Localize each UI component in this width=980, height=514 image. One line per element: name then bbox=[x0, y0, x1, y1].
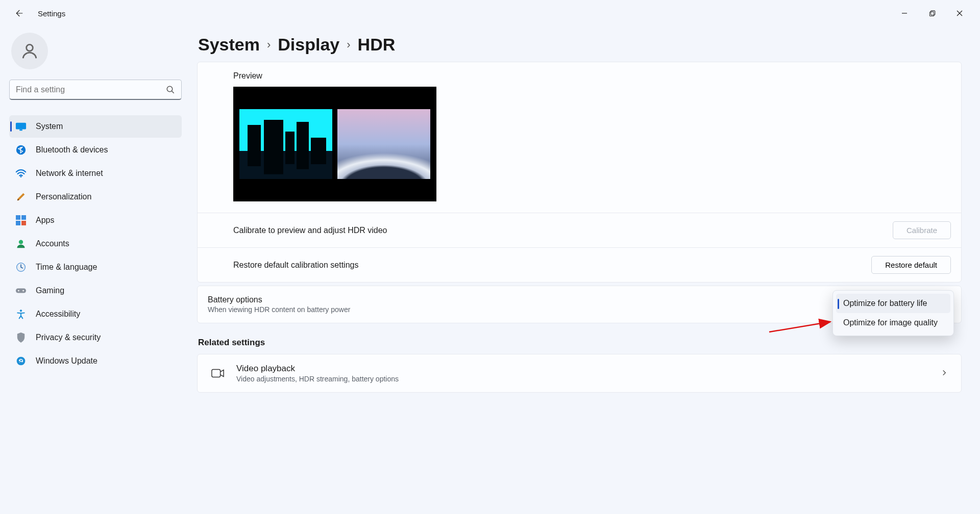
sidebar-item-apps[interactable]: Apps bbox=[9, 209, 182, 232]
video-playback-link[interactable]: Video playback Video adjustments, HDR st… bbox=[197, 354, 962, 393]
sidebar-item-gaming[interactable]: Gaming bbox=[9, 279, 182, 302]
svg-line-7 bbox=[172, 91, 174, 93]
preview-image bbox=[233, 87, 436, 201]
battery-options-card: Battery options When viewing HDR content… bbox=[197, 286, 962, 323]
svg-point-6 bbox=[167, 86, 173, 92]
sidebar-item-accounts[interactable]: Accounts bbox=[9, 233, 182, 255]
sidebar-item-label: Gaming bbox=[36, 286, 64, 295]
maximize-icon bbox=[929, 10, 936, 17]
preview-mountain-image bbox=[337, 109, 430, 179]
battery-options-dropdown: Optimize for battery life Optimize for i… bbox=[832, 290, 954, 336]
chevron-right-icon: › bbox=[347, 38, 350, 52]
update-icon bbox=[15, 355, 27, 367]
related-settings-heading: Related settings bbox=[198, 338, 962, 348]
sidebar-item-label: Personalization bbox=[36, 192, 91, 201]
sidebar-item-accessibility[interactable]: Accessibility bbox=[9, 303, 182, 325]
main-panel: System › Display › HDR Preview Calibrate… bbox=[189, 27, 980, 514]
sidebar-item-time[interactable]: Time & language bbox=[9, 256, 182, 278]
close-icon bbox=[957, 10, 963, 16]
video-playback-title: Video playback bbox=[236, 364, 929, 374]
preview-label: Preview bbox=[233, 71, 961, 81]
brush-icon bbox=[15, 191, 27, 202]
arrow-left-icon bbox=[14, 9, 23, 18]
sidebar-item-label: Bluetooth & devices bbox=[36, 145, 108, 155]
sidebar-item-label: Network & internet bbox=[36, 169, 103, 178]
svg-rect-18 bbox=[16, 288, 26, 293]
sidebar-item-privacy[interactable]: Privacy & security bbox=[9, 326, 182, 349]
svg-point-11 bbox=[20, 176, 22, 177]
svg-rect-2 bbox=[930, 11, 935, 15]
sidebar-item-label: Apps bbox=[36, 216, 54, 225]
video-icon bbox=[211, 366, 225, 380]
svg-point-19 bbox=[18, 290, 19, 292]
option-battery-life[interactable]: Optimize for battery life bbox=[836, 294, 950, 313]
restore-default-button[interactable]: Restore default bbox=[871, 256, 951, 274]
search-icon bbox=[166, 85, 175, 94]
search-box[interactable] bbox=[9, 80, 182, 100]
sidebar: System Bluetooth & devices Network & int… bbox=[0, 27, 189, 514]
avatar[interactable] bbox=[11, 33, 48, 69]
maximize-button[interactable] bbox=[921, 5, 943, 21]
wifi-icon bbox=[15, 168, 27, 179]
breadcrumb-system[interactable]: System bbox=[198, 35, 260, 55]
clock-icon bbox=[15, 262, 27, 273]
accessibility-icon bbox=[15, 309, 27, 320]
sidebar-item-network[interactable]: Network & internet bbox=[9, 162, 182, 185]
sidebar-item-label: Accounts bbox=[36, 239, 69, 248]
hdr-preview-card: Preview Calibrate to preview and adjust … bbox=[197, 62, 962, 282]
video-playback-subtitle: Video adjustments, HDR streaming, batter… bbox=[236, 375, 929, 383]
sidebar-item-label: Time & language bbox=[36, 263, 97, 272]
svg-rect-8 bbox=[16, 123, 26, 130]
svg-point-21 bbox=[20, 310, 22, 312]
bluetooth-icon bbox=[15, 144, 27, 156]
calibrate-row: Calibrate to preview and adjust HDR vide… bbox=[198, 213, 961, 247]
svg-point-20 bbox=[22, 290, 24, 292]
breadcrumb-current: HDR bbox=[358, 35, 396, 55]
calibrate-button[interactable]: Calibrate bbox=[893, 221, 951, 239]
svg-rect-13 bbox=[21, 215, 26, 220]
person-icon bbox=[20, 41, 39, 61]
sidebar-item-label: System bbox=[36, 122, 63, 131]
svg-rect-24 bbox=[212, 370, 220, 377]
svg-line-23 bbox=[769, 322, 830, 332]
preview-city-image bbox=[239, 109, 332, 179]
title-bar: Settings bbox=[0, 0, 980, 27]
sidebar-item-label: Accessibility bbox=[36, 310, 80, 319]
shield-icon bbox=[15, 332, 27, 343]
sidebar-item-label: Windows Update bbox=[36, 356, 97, 366]
svg-point-22 bbox=[17, 357, 26, 366]
sidebar-item-bluetooth[interactable]: Bluetooth & devices bbox=[9, 139, 182, 161]
svg-rect-14 bbox=[16, 221, 20, 225]
annotation-arrow-icon bbox=[768, 319, 835, 334]
account-icon bbox=[15, 238, 27, 249]
window-controls bbox=[893, 5, 976, 21]
minimize-button[interactable] bbox=[893, 5, 916, 21]
chevron-right-icon bbox=[941, 369, 948, 378]
svg-point-16 bbox=[19, 240, 23, 244]
minimize-icon bbox=[901, 10, 908, 16]
breadcrumb: System › Display › HDR bbox=[197, 35, 962, 55]
chevron-right-icon: › bbox=[267, 38, 271, 52]
sidebar-item-label: Privacy & security bbox=[36, 333, 101, 342]
calibrate-label: Calibrate to preview and adjust HDR vide… bbox=[233, 226, 893, 235]
gamepad-icon bbox=[15, 285, 27, 296]
apps-icon bbox=[15, 215, 27, 226]
display-icon bbox=[15, 121, 27, 132]
close-button[interactable] bbox=[948, 5, 971, 21]
app-title: Settings bbox=[38, 9, 65, 18]
back-button[interactable] bbox=[8, 3, 29, 23]
sidebar-item-system[interactable]: System bbox=[9, 115, 182, 138]
svg-rect-9 bbox=[19, 130, 22, 131]
sidebar-item-update[interactable]: Windows Update bbox=[9, 350, 182, 372]
svg-rect-1 bbox=[929, 12, 934, 16]
nav: System Bluetooth & devices Network & int… bbox=[9, 115, 182, 372]
breadcrumb-display[interactable]: Display bbox=[278, 35, 339, 55]
restore-row: Restore default calibration settings Res… bbox=[198, 247, 961, 282]
svg-rect-12 bbox=[16, 215, 20, 220]
restore-label: Restore default calibration settings bbox=[233, 261, 871, 270]
search-input[interactable] bbox=[16, 85, 166, 94]
option-image-quality[interactable]: Optimize for image quality bbox=[836, 313, 950, 332]
svg-point-5 bbox=[27, 44, 33, 51]
sidebar-item-personalization[interactable]: Personalization bbox=[9, 186, 182, 208]
svg-rect-15 bbox=[21, 221, 26, 225]
